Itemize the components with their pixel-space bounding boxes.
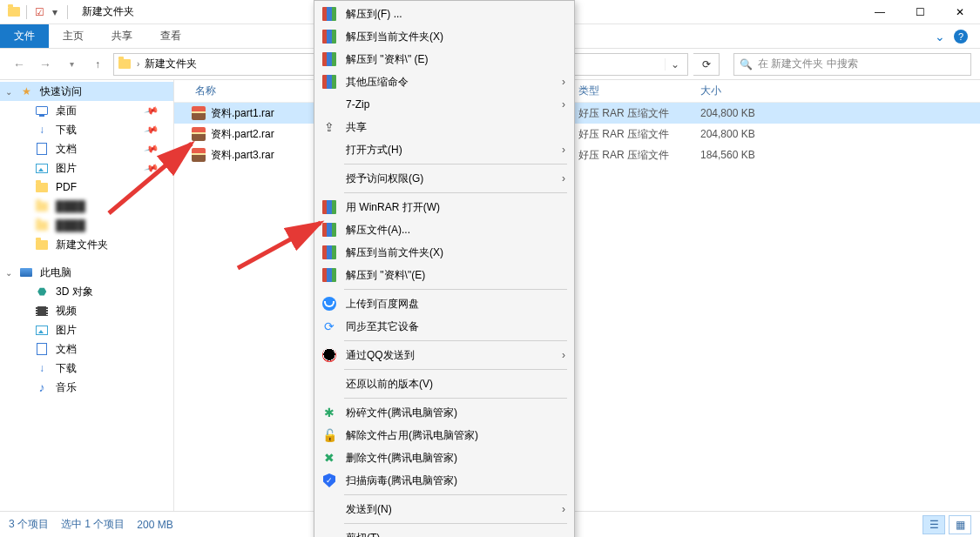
sidebar-documents2[interactable]: 文档 bbox=[0, 339, 173, 359]
pin-icon: 📌 bbox=[144, 141, 160, 157]
sidebar-documents[interactable]: 文档📌 bbox=[0, 139, 173, 158]
sidebar-desktop[interactable]: 桌面📌 bbox=[0, 101, 173, 120]
sidebar-downloads[interactable]: ↓下载📌 bbox=[0, 120, 173, 139]
ctx-extract-to[interactable]: 解压到(F) ... bbox=[314, 3, 574, 25]
ctx-scan-virus[interactable]: 扫描病毒(腾讯电脑管家) bbox=[314, 469, 574, 492]
sidebar-quick-access[interactable]: ⌄ ★ 快速访问 bbox=[0, 82, 173, 101]
nav-back-button[interactable]: ← bbox=[9, 54, 30, 75]
sidebar-downloads2[interactable]: ↓下载 bbox=[0, 359, 173, 378]
shred-icon: ✱ bbox=[321, 405, 337, 420]
search-input[interactable]: 🔍 在 新建文件夹 中搜索 bbox=[733, 53, 971, 76]
sidebar-this-pc[interactable]: ⌄此电脑 bbox=[0, 263, 173, 282]
column-type[interactable]: 类型 bbox=[571, 84, 693, 98]
ctx-extract-to-name[interactable]: 解压到 "资料\" (E) bbox=[314, 48, 574, 70]
file-list-pane: 名称 类型 大小 资料.part1.rar 好压 RAR 压缩文件 204,80… bbox=[174, 80, 980, 511]
column-headers: 名称 类型 大小 bbox=[174, 80, 980, 103]
ctx-other-compress[interactable]: 其他压缩命令› bbox=[314, 70, 574, 93]
refresh-button[interactable]: ⟳ bbox=[693, 53, 720, 76]
ctx-open-with[interactable]: 打开方式(H)› bbox=[314, 138, 574, 161]
star-icon: ★ bbox=[19, 84, 33, 98]
sidebar-music[interactable]: ♪音乐 bbox=[0, 378, 173, 397]
nav-forward-button[interactable]: → bbox=[35, 54, 56, 75]
download-icon: ↓ bbox=[35, 361, 49, 375]
breadcrumb-sep-icon: › bbox=[137, 59, 139, 69]
rar-icon bbox=[192, 127, 206, 141]
qq-icon bbox=[322, 348, 336, 362]
ctx-shred[interactable]: ✱粉碎文件(腾讯电脑管家) bbox=[314, 401, 574, 424]
ctx-7zip[interactable]: 7-Zip› bbox=[314, 93, 574, 116]
sidebar-3d-objects[interactable]: ⬣3D 对象 bbox=[0, 282, 173, 301]
pin-icon: 📌 bbox=[144, 122, 160, 138]
submenu-arrow-icon: › bbox=[562, 76, 565, 88]
ctx-delete[interactable]: ✖删除文件(腾讯电脑管家) bbox=[314, 446, 574, 469]
address-dropdown-icon[interactable]: ⌄ bbox=[665, 58, 684, 70]
submenu-arrow-icon: › bbox=[562, 98, 565, 111]
qat-checkbox-icon[interactable]: ☑ bbox=[32, 5, 46, 19]
unlock-icon: 🔓 bbox=[321, 427, 337, 443]
ctx-grant-access[interactable]: 授予访问权限(G)› bbox=[314, 167, 574, 190]
ctx-extract-here[interactable]: 解压到当前文件夹(X) bbox=[314, 25, 574, 48]
tab-view[interactable]: 查看 bbox=[146, 24, 195, 48]
pc-icon bbox=[19, 265, 33, 279]
archive-icon bbox=[322, 75, 336, 89]
archive-icon bbox=[322, 7, 336, 21]
file-list[interactable]: 资料.part1.rar 好压 RAR 压缩文件 204,800 KB 资料.p… bbox=[174, 103, 980, 511]
ctx-sync-devices[interactable]: ⟳同步至其它设备 bbox=[314, 315, 574, 338]
file-row[interactable]: 资料.part1.rar 好压 RAR 压缩文件 204,800 KB bbox=[174, 103, 980, 124]
sidebar-pictures[interactable]: 图片📌 bbox=[0, 158, 173, 178]
ctx-upload-baidu[interactable]: 上传到百度网盘 bbox=[314, 292, 574, 315]
sidebar-videos[interactable]: 视频 bbox=[0, 301, 173, 320]
submenu-arrow-icon: › bbox=[562, 144, 565, 156]
sidebar-newfolder[interactable]: 新建文件夹 bbox=[0, 235, 173, 254]
file-row[interactable]: 资料.part2.rar 好压 RAR 压缩文件 204,800 KB bbox=[174, 124, 980, 144]
sidebar-pdf[interactable]: PDF bbox=[0, 178, 173, 197]
ribbon-expand-icon[interactable]: ⌄ bbox=[935, 30, 945, 44]
tab-home[interactable]: 主页 bbox=[49, 24, 98, 48]
search-icon: 🔍 bbox=[740, 58, 753, 70]
ctx-open-winrar[interactable]: 用 WinRAR 打开(W) bbox=[314, 196, 574, 218]
breadcrumb-folder[interactable]: 新建文件夹 bbox=[145, 57, 197, 71]
ctx-extract-files-a[interactable]: 解压文件(A)... bbox=[314, 218, 574, 241]
ctx-extract-here2[interactable]: 解压到当前文件夹(X) bbox=[314, 241, 574, 264]
context-menu: 解压到(F) ... 解压到当前文件夹(X) 解压到 "资料\" (E) 其他压… bbox=[314, 0, 575, 537]
ctx-share[interactable]: ⇪共享 bbox=[314, 116, 574, 138]
tab-file[interactable]: 文件 bbox=[0, 24, 49, 48]
document-icon bbox=[35, 142, 49, 156]
folder-icon bbox=[35, 180, 49, 194]
ctx-cut[interactable]: 剪切(T) bbox=[314, 527, 574, 537]
rar-icon bbox=[192, 106, 206, 120]
ctx-send-qq[interactable]: 通过QQ发送到› bbox=[314, 344, 574, 366]
ctx-restore-versions[interactable]: 还原以前的版本(V) bbox=[314, 373, 574, 395]
submenu-arrow-icon: › bbox=[562, 172, 565, 185]
archive-icon bbox=[322, 30, 336, 44]
ctx-send-to[interactable]: 发送到(N)› bbox=[314, 498, 574, 520]
status-size: 200 MB bbox=[137, 519, 172, 531]
file-row[interactable]: 资料.part3.rar 好压 RAR 压缩文件 184,560 KB bbox=[174, 144, 980, 165]
ctx-extract-to-name2[interactable]: 解压到 "资料\"(E) bbox=[314, 264, 574, 286]
view-details-button[interactable]: ☰ bbox=[923, 515, 945, 534]
nav-up-button[interactable]: ↑ bbox=[87, 54, 108, 75]
folder-icon bbox=[35, 238, 49, 252]
sidebar-pictures2[interactable]: 图片 bbox=[0, 320, 173, 339]
search-placeholder: 在 新建文件夹 中搜索 bbox=[758, 57, 858, 71]
sidebar-item-blurred[interactable]: ████ bbox=[0, 197, 173, 216]
qat-dropdown-icon[interactable]: ▾ bbox=[48, 5, 62, 19]
view-icons-button[interactable]: ▦ bbox=[949, 515, 971, 534]
winrar-icon bbox=[322, 200, 336, 214]
maximize-button[interactable]: ☐ bbox=[900, 0, 940, 24]
winrar-icon bbox=[322, 268, 336, 282]
delete-icon: ✖ bbox=[321, 450, 337, 466]
ctx-unoccupy[interactable]: 🔓解除文件占用(腾讯电脑管家) bbox=[314, 424, 574, 446]
picture-icon bbox=[35, 161, 49, 175]
help-icon[interactable]: ? bbox=[954, 30, 968, 44]
close-button[interactable]: ✕ bbox=[940, 0, 980, 24]
folder-icon bbox=[7, 5, 21, 19]
sidebar-item-blurred[interactable]: ████ bbox=[0, 216, 173, 235]
minimize-button[interactable]: — bbox=[860, 0, 900, 24]
column-size[interactable]: 大小 bbox=[693, 84, 789, 98]
submenu-arrow-icon: › bbox=[562, 503, 565, 515]
tab-share[interactable]: 共享 bbox=[98, 24, 146, 48]
pin-icon: 📌 bbox=[144, 103, 160, 118]
nav-history-dropdown[interactable]: ▾ bbox=[61, 54, 82, 75]
picture-icon bbox=[35, 323, 49, 337]
